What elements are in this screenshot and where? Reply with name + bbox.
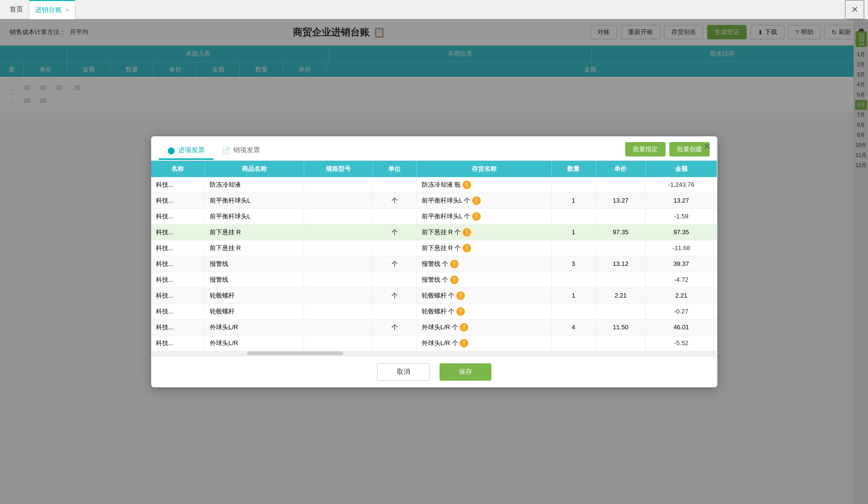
cell-inventory: 报警线 个 !	[416, 272, 551, 288]
table-row: 科技... 前平衡杆球头L 个 前平衡杆球头L 个 ! 1 13.27 13.2…	[151, 192, 717, 208]
window-close-button[interactable]: ✕	[845, 0, 864, 19]
cell-spec	[304, 335, 373, 351]
cell-qty: 3	[551, 256, 595, 272]
warn-icon[interactable]: !	[460, 323, 468, 332]
warn-icon[interactable]: !	[450, 260, 459, 268]
cell-price: 13.27	[595, 192, 646, 208]
warn-icon[interactable]: !	[463, 228, 471, 237]
cell-unit	[372, 177, 416, 193]
cell-product: 前下悬挂 R	[204, 224, 304, 240]
cell-amount: -5.52	[646, 335, 717, 351]
cell-price: 97.35	[595, 224, 646, 240]
cell-product: 外球头L/R	[204, 335, 304, 351]
modal-action-buttons: 批量指定 批量创建	[625, 142, 710, 160]
jinxiang-label: 进项发票	[178, 146, 205, 155]
cell-price: 13.12	[595, 256, 646, 272]
cell-unit	[372, 272, 416, 288]
cell-product: 报警线	[204, 272, 304, 288]
modal-dialog: ⬤ 进项发票 📄 销项发票 批量指定 批量创建 ✕	[151, 136, 717, 387]
cell-inventory: 外球头L/R 个 !	[416, 335, 551, 351]
cell-name: 科技...	[151, 288, 205, 303]
jinxiang-icon: ⬤	[167, 146, 175, 154]
tab-jinxiang[interactable]: ⬤ 进项发票	[159, 142, 214, 160]
warn-icon[interactable]: !	[472, 212, 481, 221]
cell-price	[595, 303, 646, 319]
cell-amount: -4.72	[646, 272, 717, 288]
cell-spec	[304, 256, 373, 272]
cell-product: 前平衡杆球头L	[204, 208, 304, 224]
cell-unit: 个	[372, 288, 416, 303]
th-product: 商品名称	[204, 161, 304, 177]
save-button[interactable]: 保存	[440, 363, 491, 381]
cell-inventory: 防冻冷却液 瓶 !	[416, 177, 551, 193]
th-amount: 金额	[646, 161, 717, 177]
warn-icon[interactable]: !	[456, 307, 465, 316]
cell-unit: 个	[372, 224, 416, 240]
warn-icon[interactable]: !	[456, 291, 465, 300]
cell-inventory: 轮毂螺杆 个 !	[416, 303, 551, 319]
top-nav: 首页 进销台账 × ✕	[0, 0, 868, 19]
warn-icon[interactable]: !	[463, 180, 471, 189]
cell-qty: 1	[551, 192, 595, 208]
nav-home[interactable]: 首页	[4, 0, 29, 19]
warn-icon[interactable]: !	[450, 276, 459, 284]
cell-name: 科技...	[151, 256, 205, 272]
cell-unit: 个	[372, 256, 416, 272]
cell-spec	[304, 224, 373, 240]
tab-xiaoxiang[interactable]: 📄 销项发票	[214, 142, 269, 160]
cell-inventory: 前下悬挂 R 个 !	[416, 224, 551, 240]
cell-product: 外球头L/R	[204, 319, 304, 335]
modal-close-button[interactable]: ✕	[703, 141, 711, 152]
th-qty: 数量	[551, 161, 595, 177]
cancel-label: 取消	[397, 368, 410, 375]
cell-amount: -1.59	[646, 208, 717, 224]
cell-qty	[551, 335, 595, 351]
cell-price	[595, 177, 646, 193]
horizontal-scrollbar[interactable]	[151, 351, 717, 356]
th-spec: 规格型号	[304, 161, 373, 177]
tab-close-icon[interactable]: ×	[66, 7, 69, 13]
cell-inventory: 前下悬挂 R 个 !	[416, 240, 551, 256]
cell-product: 轮毂螺杆	[204, 303, 304, 319]
cell-qty: 1	[551, 224, 595, 240]
cell-inventory: 前平衡杆球头L 个 !	[416, 192, 551, 208]
main-area: 销售成本计算方法： 月平均 商贸企业进销台账 📋 对账 重新开账 存货别名 生成…	[0, 19, 868, 504]
modal-header: ⬤ 进项发票 📄 销项发票 批量指定 批量创建 ✕	[151, 136, 717, 161]
cell-qty	[551, 177, 595, 193]
cell-spec	[304, 240, 373, 256]
cell-price	[595, 272, 646, 288]
warn-icon[interactable]: !	[472, 196, 481, 205]
home-label: 首页	[10, 5, 23, 14]
cell-qty: 4	[551, 319, 595, 335]
table-header-row: 名称 商品名称 规格型号 单位 存货名称 数量 单价 金额	[151, 161, 717, 177]
piliang-label: 批量创建	[677, 145, 702, 153]
cell-name: 科技...	[151, 319, 205, 335]
cell-name: 科技...	[151, 224, 205, 240]
cell-amount: 97.35	[646, 224, 717, 240]
cell-name: 科技...	[151, 177, 205, 193]
cell-amount: -11.68	[646, 240, 717, 256]
cell-unit: 个	[372, 319, 416, 335]
table-row: 科技... 轮毂螺杆 个 轮毂螺杆 个 ! 1 2.21 2.21	[151, 288, 717, 303]
cell-amount: -0.27	[646, 303, 717, 319]
cell-inventory: 前平衡杆球头L 个 !	[416, 208, 551, 224]
modal-table-container[interactable]: 名称 商品名称 规格型号 单位 存货名称 数量 单价 金额 科技... 防冻冷却…	[151, 161, 717, 351]
table-row: 科技... 防冻冷却液 防冻冷却液 瓶 ! -1,243.76	[151, 177, 717, 193]
cancel-button[interactable]: 取消	[377, 363, 430, 381]
nav-active-tab[interactable]: 进销台账 ×	[29, 0, 75, 19]
warn-icon[interactable]: !	[463, 244, 471, 252]
table-row: 科技... 外球头L/R 外球头L/R 个 ! -5.52	[151, 335, 717, 351]
cell-amount: 39.37	[646, 256, 717, 272]
cell-unit	[372, 240, 416, 256]
xiaoxiang-label: 销项发票	[233, 146, 260, 155]
cell-price: 11.50	[595, 319, 646, 335]
pizhiding-button[interactable]: 批量指定	[625, 142, 666, 156]
cell-unit: 个	[372, 192, 416, 208]
cell-amount: 2.21	[646, 288, 717, 303]
cell-spec	[304, 288, 373, 303]
warn-icon[interactable]: !	[460, 339, 468, 348]
cell-inventory: 外球头L/R 个 !	[416, 319, 551, 335]
cell-qty: 1	[551, 288, 595, 303]
th-name: 名称	[151, 161, 205, 177]
table-row: 科技... 前平衡杆球头L 前平衡杆球头L 个 ! -1.59	[151, 208, 717, 224]
